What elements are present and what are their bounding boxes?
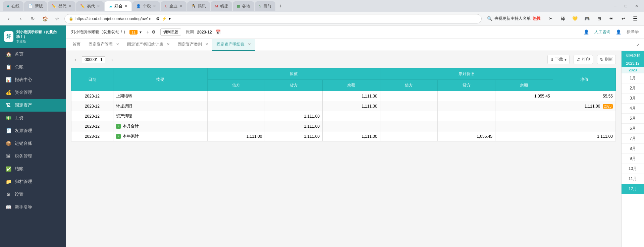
- sidebar-item-tax[interactable]: 🏛 税务管理: [0, 150, 66, 163]
- period-month-10[interactable]: 10月: [622, 164, 644, 174]
- back-button[interactable]: ‹: [4, 14, 13, 23]
- browser-tab-3[interactable]: ✏️ 易代 ✕: [48, 1, 75, 11]
- browser-tab-9[interactable]: M 畅捷: [211, 1, 232, 11]
- period-value: 2023-12: [197, 30, 212, 35]
- sidebar-item-purchase-sales[interactable]: 📦 进销台账: [0, 137, 66, 150]
- tab4-close[interactable]: ✕: [97, 4, 100, 8]
- sidebar-item-settings[interactable]: ⚙ 设置: [0, 188, 66, 201]
- browser-tab-11[interactable]: S 目前: [255, 1, 275, 11]
- next-page-btn[interactable]: ›: [108, 56, 116, 64]
- tab6-close[interactable]: ✕: [153, 4, 156, 8]
- sidebar-item-closing[interactable]: ✅ 结账: [0, 163, 66, 175]
- print-btn[interactable]: 🖨 打印: [574, 55, 593, 64]
- sidebar-item-invoice[interactable]: 🧾 发票管理: [0, 124, 66, 137]
- address-bar[interactable]: 🔒 https://cloud.chanjet.com/accounting/u…: [64, 14, 482, 23]
- period-month-1[interactable]: 1月: [622, 73, 644, 83]
- download-btn[interactable]: ⬇ 下载 ▾: [547, 55, 570, 64]
- dropdown-icon[interactable]: ▾: [169, 16, 171, 21]
- translate-icon[interactable]: 译: [558, 14, 568, 23]
- bookmark-button[interactable]: ☆: [52, 14, 62, 23]
- maximize-button[interactable]: □: [621, 1, 631, 11]
- tab7-close[interactable]: ✕: [179, 4, 182, 8]
- tab3-icon: ✏️: [52, 4, 56, 8]
- home-button[interactable]: 🏠: [40, 14, 50, 23]
- period-month-7[interactable]: 7月: [622, 134, 644, 144]
- period-month-6[interactable]: 6月: [622, 124, 644, 134]
- undo-icon[interactable]: ↩: [619, 14, 628, 23]
- period-edit-icon[interactable]: 📅: [215, 29, 221, 35]
- scissors-icon[interactable]: ✂: [546, 14, 555, 23]
- browser-tab-7[interactable]: C 企业 ✕: [161, 1, 186, 11]
- browser-tab-8[interactable]: 🐧 腾讯: [187, 1, 210, 11]
- tab3-close[interactable]: ✕: [68, 4, 71, 8]
- dropdown-arrow[interactable]: ▾: [140, 30, 142, 35]
- th-original-value: 原值: [207, 68, 380, 80]
- sidebar-item-funds[interactable]: 💰 资金管理: [0, 86, 66, 99]
- cell-orig-debit-2: [207, 101, 265, 111]
- refresh-btn[interactable]: ↻ 刷新: [597, 55, 616, 64]
- settings-account-btn[interactable]: ⚙: [152, 29, 156, 35]
- cell-orig-balance-1: 1,111.00: [323, 91, 380, 101]
- period-month-4[interactable]: 4月: [622, 104, 644, 114]
- browser-tab-1[interactable]: ● 在线: [3, 1, 23, 11]
- browser-controls: ‹ › ↻ 🏠 ☆ 🔒 https://cloud.chanjet.com/ac…: [0, 12, 644, 25]
- menu-icon[interactable]: ☰: [631, 14, 640, 23]
- tax-icon: 🏛: [5, 153, 11, 159]
- period-selected-year[interactable]: 2023.12: [622, 60, 644, 67]
- apps-icon[interactable]: ⊞: [594, 14, 604, 23]
- tab-asset-category[interactable]: 固定资产类别 ✕: [174, 39, 212, 51]
- window-close-button[interactable]: ✕: [632, 1, 641, 11]
- period-month-12[interactable]: 12月: [622, 184, 644, 194]
- page-input[interactable]: [82, 56, 105, 63]
- sidebar-label-guide: 新手引导: [15, 204, 32, 210]
- prev-page-btn[interactable]: ‹: [71, 56, 79, 64]
- tab-fixed-assets-close[interactable]: ✕: [116, 42, 119, 47]
- sidebar-item-reports[interactable]: 📊 报表中心: [0, 73, 66, 86]
- cell-orig-debit-1: [207, 91, 265, 101]
- browser-tab-10[interactable]: ▦ 各地: [233, 1, 254, 11]
- switch-version-btn[interactable]: 切到旧版: [160, 28, 181, 36]
- tab5-close[interactable]: ✕: [124, 4, 127, 8]
- minimize-button[interactable]: −: [610, 1, 620, 11]
- period-year-label: 2023: [622, 67, 644, 73]
- period-month-2[interactable]: 2月: [622, 83, 644, 94]
- new-tab-button[interactable]: +: [276, 1, 285, 11]
- tab-fixed-assets[interactable]: 固定资产管理 ✕: [85, 39, 123, 51]
- browser-tab-5[interactable]: ☁ 好会 ✕: [105, 1, 131, 11]
- tab-asset-detail[interactable]: 固定资产明细账 ✕: [212, 39, 255, 51]
- cell-summary-5: + 本年累计: [113, 131, 207, 141]
- table-row: 2023-12 资产清理 1,111.00: [71, 111, 616, 121]
- period-month-9[interactable]: 9月: [622, 154, 644, 164]
- tab-asset-detail-close[interactable]: ✕: [248, 42, 251, 47]
- game-icon[interactable]: 🎮: [582, 14, 592, 23]
- app-container: 好 刘小艳演示账套（勿删勿动！） 专业版 🏠 首页 📋 总账 📊 报表中心 💰 …: [0, 25, 644, 247]
- panel-minimize-btn[interactable]: —: [625, 42, 632, 48]
- sidebar-item-ledger[interactable]: 📋 总账: [0, 61, 66, 73]
- wallet-icon[interactable]: 💛: [570, 14, 580, 23]
- sidebar-item-archive[interactable]: 📁 归档管理: [0, 175, 66, 188]
- browser-tab-4[interactable]: ✏️ 易代 ✕: [76, 1, 104, 11]
- browser-tab-2[interactable]: 📄 新版: [24, 1, 47, 11]
- sidebar-item-guide[interactable]: 📖 新手引导: [0, 201, 66, 213]
- tab-asset-category-close[interactable]: ✕: [205, 42, 208, 47]
- tab-depreciation-close[interactable]: ✕: [167, 42, 170, 47]
- sidebar-item-fixed-assets[interactable]: 🏗 固定资产: [0, 99, 66, 112]
- period-month-11[interactable]: 11月: [622, 174, 644, 184]
- panel-maximize-btn[interactable]: ⤢: [635, 42, 641, 48]
- tab-depreciation-stats[interactable]: 固定资产折旧统计表 ✕: [123, 39, 174, 51]
- period-month-5[interactable]: 5月: [622, 114, 644, 124]
- sidebar-nav: 🏠 首页 📋 总账 📊 报表中心 💰 资金管理 🏗 固定资产 💵 工资: [0, 48, 66, 247]
- sidebar-item-payroll[interactable]: 💵 工资: [0, 112, 66, 124]
- add-account-btn[interactable]: +: [146, 29, 149, 35]
- refresh-button[interactable]: ↻: [28, 14, 38, 23]
- period-month-8[interactable]: 8月: [622, 144, 644, 154]
- sidebar-item-home[interactable]: 🏠 首页: [0, 48, 66, 61]
- brightness-icon[interactable]: ☀: [606, 14, 616, 23]
- help-label[interactable]: 人工咨询: [594, 29, 610, 35]
- period-header: 期间选择: [622, 51, 644, 60]
- period-month-3[interactable]: 3月: [622, 94, 644, 104]
- reports-icon: 📊: [5, 77, 11, 83]
- tab-home[interactable]: 首页: [68, 39, 85, 51]
- browser-tab-6[interactable]: 👤 个税 ✕: [132, 1, 160, 11]
- forward-button[interactable]: ›: [16, 14, 25, 23]
